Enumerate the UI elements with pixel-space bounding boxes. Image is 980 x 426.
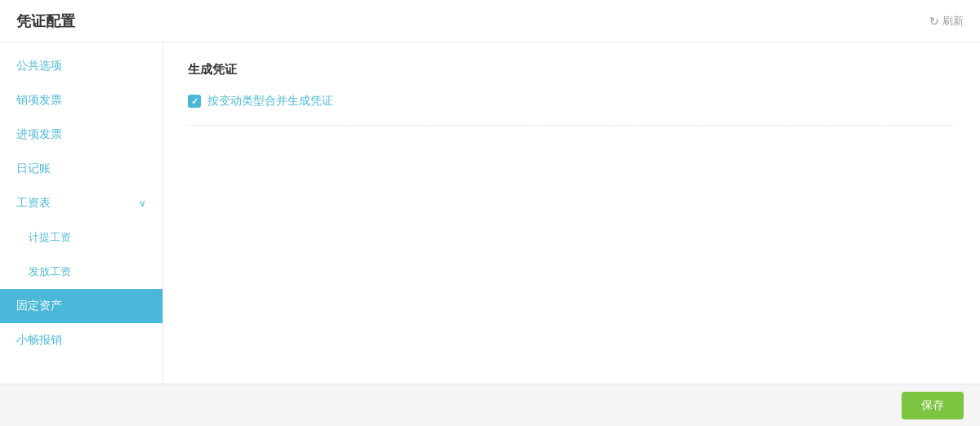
sidebar-item-public-options[interactable]: 公共选项 [0, 49, 163, 83]
sidebar-item-sales-invoice[interactable]: 销项发票 [0, 83, 163, 118]
page-header: 凭证配置 ↻ 刷新 [0, 0, 980, 42]
sidebar-item-payroll-table[interactable]: 工资表∨ [0, 186, 163, 220]
merge-checkbox[interactable] [188, 95, 201, 108]
refresh-icon: ↻ [929, 15, 939, 28]
sidebar-item-fixed-assets[interactable]: 固定资产 [0, 289, 163, 323]
checkbox-label[interactable]: 按变动类型合并生成凭证 [207, 94, 333, 109]
save-button[interactable]: 保存 [902, 392, 964, 419]
body-container: 公共选项销项发票进项发票日记账工资表∨计提工资发放工资固定资产小畅报销 生成凭证… [0, 42, 980, 384]
sidebar-item-issue-payroll[interactable]: 发放工资 [0, 255, 163, 289]
sidebar-item-label: 计提工资 [29, 230, 71, 245]
sidebar-item-purchase-invoice[interactable]: 进项发票 [0, 118, 163, 152]
refresh-button[interactable]: ↻ 刷新 [929, 14, 964, 29]
sidebar-item-commission-payroll[interactable]: 计提工资 [0, 220, 163, 255]
sidebar-item-label: 小畅报销 [16, 333, 62, 348]
page-wrapper: 凭证配置 ↻ 刷新 公共选项销项发票进项发票日记账工资表∨计提工资发放工资固定资… [0, 0, 980, 426]
sidebar: 公共选项销项发票进项发票日记账工资表∨计提工资发放工资固定资产小畅报销 [0, 42, 163, 384]
sidebar-item-label: 销项发票 [16, 93, 62, 108]
sidebar-item-expense-report[interactable]: 小畅报销 [0, 323, 163, 357]
section-divider [188, 125, 956, 126]
sidebar-item-label: 固定资产 [16, 299, 62, 313]
sidebar-item-label: 工资表 [16, 196, 51, 211]
main-content: 生成凭证 按变动类型合并生成凭证 [163, 42, 980, 384]
page-title: 凭证配置 [16, 11, 75, 31]
sidebar-item-label: 公共选项 [16, 59, 62, 73]
page-footer: 保存 [0, 384, 980, 426]
chevron-down-icon: ∨ [139, 197, 146, 209]
sidebar-item-label: 日记账 [16, 162, 51, 176]
sidebar-item-label: 进项发票 [16, 127, 62, 142]
section-title: 生成凭证 [188, 62, 956, 78]
refresh-label: 刷新 [942, 14, 964, 29]
sidebar-item-label: 发放工资 [29, 264, 71, 279]
checkbox-row: 按变动类型合并生成凭证 [188, 94, 956, 109]
sidebar-item-journal[interactable]: 日记账 [0, 152, 163, 186]
